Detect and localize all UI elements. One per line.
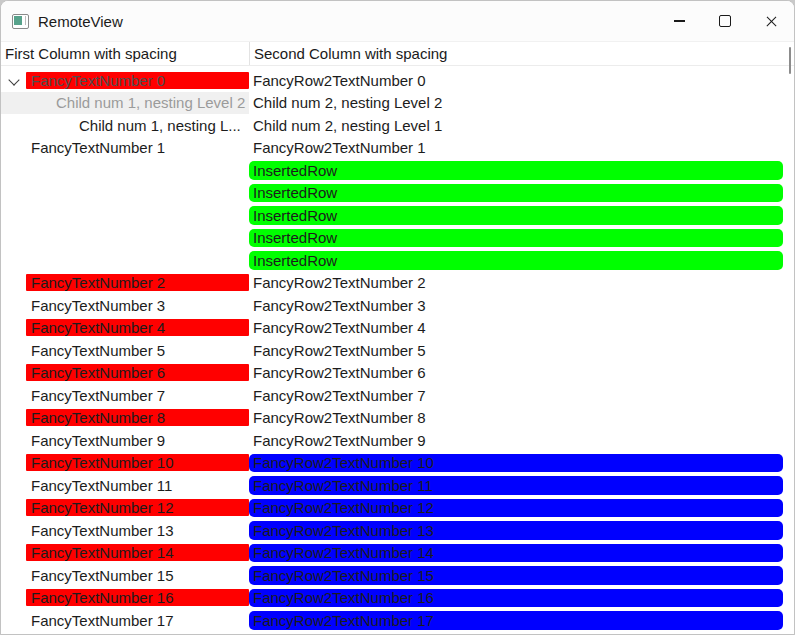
- red-highlight-bar: FancyTextNumber 16: [26, 589, 249, 606]
- vertical-scrollbar-thumb[interactable]: [789, 47, 792, 74]
- tree-cell-col2[interactable]: FancyRow2TextNumber 14: [249, 542, 783, 565]
- close-button[interactable]: [748, 1, 794, 41]
- tree-cell-col2[interactable]: InsertedRow: [249, 182, 783, 205]
- window-controls: [656, 1, 794, 41]
- tree-cell-col1[interactable]: FancyTextNumber 9: [1, 429, 249, 452]
- tree-cell-col2[interactable]: FancyRow2TextNumber 8: [249, 407, 783, 430]
- maximize-icon: [719, 15, 731, 27]
- tree-cell-col1[interactable]: Child num 1, nesting L...: [1, 114, 249, 137]
- cell-text: Child num 1, nesting L...: [79, 114, 241, 137]
- cell-text: Child num 2, nesting Level 1: [253, 114, 442, 137]
- tree-cell-col2[interactable]: InsertedRow: [249, 249, 783, 272]
- tree-cell-col1[interactable]: FancyTextNumber 11: [1, 474, 249, 497]
- tree-cell-col1[interactable]: FancyTextNumber 15: [1, 564, 249, 587]
- tree-cell-col2[interactable]: InsertedRow: [249, 227, 783, 250]
- cell-text: FancyTextNumber 7: [31, 384, 165, 407]
- cell-text: FancyRow2TextNumber 5: [253, 339, 426, 362]
- table-row: FancyTextNumber 5 FancyRow2TextNumber 5: [1, 339, 794, 362]
- tree-cell-col2[interactable]: FancyRow2TextNumber 11: [249, 474, 783, 497]
- cell-text: FancyTextNumber 11: [31, 474, 172, 497]
- tree-cell-col2[interactable]: FancyRow2TextNumber 9: [249, 429, 783, 452]
- tree-cell-col2[interactable]: FancyRow2TextNumber 16: [249, 587, 783, 610]
- maximize-button[interactable]: [702, 1, 748, 41]
- column-header-second[interactable]: Second Column with spacing: [249, 42, 794, 65]
- tree-cell-col2[interactable]: FancyRow2TextNumber 7: [249, 384, 783, 407]
- tree-cell-col1[interactable]: FancyTextNumber 5: [1, 339, 249, 362]
- tree-cell-col1[interactable]: FancyTextNumber 2: [1, 272, 249, 295]
- tree-cell-col1[interactable]: [1, 182, 249, 205]
- cell-text: FancyTextNumber 17: [31, 609, 174, 632]
- tree-cell-col1[interactable]: FancyTextNumber 12: [1, 497, 249, 520]
- tree-cell-col2[interactable]: InsertedRow: [249, 159, 783, 182]
- table-row: FancyTextNumber 13 FancyRow2TextNumber 1…: [1, 519, 794, 542]
- tree-cell-col2[interactable]: FancyRow2TextNumber 13: [249, 519, 783, 542]
- minimize-button[interactable]: [656, 1, 702, 41]
- table-row: FancyTextNumber 10 FancyRow2TextNumber 1…: [1, 452, 794, 475]
- table-row: FancyTextNumber 18 FancyRow2TextNumber 1…: [1, 632, 794, 635]
- red-highlight-bar: FancyTextNumber 8: [26, 409, 249, 426]
- blue-highlight-bar: FancyRow2TextNumber 15: [249, 566, 783, 585]
- cell-text: FancyRow2TextNumber 2: [253, 272, 426, 295]
- cell-text: FancyTextNumber 3: [31, 294, 165, 317]
- tree-cell-col2[interactable]: FancyRow2TextNumber 17: [249, 609, 783, 632]
- tree-cell-col1[interactable]: FancyTextNumber 0: [1, 69, 249, 92]
- tree-cell-col1[interactable]: FancyTextNumber 18: [1, 632, 249, 635]
- tree-cell-col2[interactable]: FancyRow2TextNumber 2: [249, 272, 783, 295]
- tree-cell-col2[interactable]: Child num 2, nesting Level 1: [249, 114, 783, 137]
- tree-cell-col2[interactable]: FancyRow2TextNumber 1: [249, 137, 783, 160]
- titlebar: RemoteView: [1, 1, 794, 41]
- tree-cell-col1[interactable]: FancyTextNumber 1: [1, 137, 249, 160]
- blue-highlight-bar: FancyRow2TextNumber 14: [249, 544, 783, 563]
- tree-cell-col2[interactable]: FancyRow2TextNumber 12: [249, 497, 783, 520]
- table-row: FancyTextNumber 12 FancyRow2TextNumber 1…: [1, 497, 794, 520]
- tree-cell-col1[interactable]: FancyTextNumber 17: [1, 609, 249, 632]
- app-window-icon[interactable]: [12, 14, 29, 29]
- table-row: FancyTextNumber 4 FancyRow2TextNumber 4: [1, 317, 794, 340]
- tree-cell-col1[interactable]: FancyTextNumber 7: [1, 384, 249, 407]
- table-row: FancyTextNumber 14 FancyRow2TextNumber 1…: [1, 542, 794, 565]
- remoteview-window: RemoteView First Column with spacing Sec…: [0, 0, 795, 635]
- cell-text: FancyRow2TextNumber 1: [253, 137, 426, 160]
- tree-cell-col1[interactable]: FancyTextNumber 14: [1, 542, 249, 565]
- red-highlight-bar: FancyTextNumber 14: [26, 544, 249, 561]
- table-row: FancyTextNumber 15 FancyRow2TextNumber 1…: [1, 564, 794, 587]
- tree-cell-col1[interactable]: Child num 1, nesting Level 2: [1, 92, 249, 115]
- table-row: FancyTextNumber 3 FancyRow2TextNumber 3: [1, 294, 794, 317]
- green-highlight-bar: InsertedRow: [249, 206, 783, 225]
- table-row: InsertedRow: [1, 204, 794, 227]
- green-highlight-bar: InsertedRow: [249, 251, 783, 270]
- red-highlight-bar: FancyTextNumber 12: [26, 499, 249, 516]
- chevron-down-icon[interactable]: [8, 74, 19, 85]
- tree-cell-col1[interactable]: [1, 227, 249, 250]
- tree-cell-col1[interactable]: [1, 159, 249, 182]
- tree-cell-col2[interactable]: FancyRow2TextNumber 4: [249, 317, 783, 340]
- tree-cell-col1[interactable]: FancyTextNumber 6: [1, 362, 249, 385]
- red-highlight-bar: FancyTextNumber 6: [26, 364, 249, 381]
- tree-cell-col2[interactable]: FancyRow2TextNumber 0: [249, 69, 783, 92]
- tree-cell-col1[interactable]: [1, 249, 249, 272]
- cell-text: FancyTextNumber 1: [31, 137, 165, 160]
- cell-text: FancyTextNumber 15: [31, 564, 174, 587]
- tree-cell-col1[interactable]: [1, 204, 249, 227]
- tree-cell-col1[interactable]: FancyTextNumber 16: [1, 587, 249, 610]
- tree-cell-col2[interactable]: FancyRow2TextNumber 18: [249, 632, 783, 635]
- tree-cell-col1[interactable]: FancyTextNumber 3: [1, 294, 249, 317]
- table-row: FancyTextNumber 2 FancyRow2TextNumber 2: [1, 272, 794, 295]
- tree-cell-col1[interactable]: FancyTextNumber 13: [1, 519, 249, 542]
- red-highlight-bar: FancyTextNumber 2: [26, 274, 249, 291]
- tree-cell-col2[interactable]: Child num 2, nesting Level 2: [249, 92, 783, 115]
- tree-cell-col2[interactable]: FancyRow2TextNumber 6: [249, 362, 783, 385]
- tree-cell-col1[interactable]: FancyTextNumber 8: [1, 407, 249, 430]
- table-row: Child num 1, nesting L... Child num 2, n…: [1, 114, 794, 137]
- blue-highlight-bar: FancyRow2TextNumber 17: [249, 611, 783, 630]
- tree-cell-col2[interactable]: FancyRow2TextNumber 5: [249, 339, 783, 362]
- tree-cell-col1[interactable]: FancyTextNumber 4: [1, 317, 249, 340]
- tree-cell-col2[interactable]: FancyRow2TextNumber 10: [249, 452, 783, 475]
- cell-text: FancyTextNumber 13: [31, 519, 174, 542]
- column-header-first[interactable]: First Column with spacing: [1, 42, 249, 65]
- green-highlight-bar: InsertedRow: [249, 184, 783, 203]
- tree-cell-col2[interactable]: InsertedRow: [249, 204, 783, 227]
- tree-cell-col1[interactable]: FancyTextNumber 10: [1, 452, 249, 475]
- tree-cell-col2[interactable]: FancyRow2TextNumber 3: [249, 294, 783, 317]
- tree-cell-col2[interactable]: FancyRow2TextNumber 15: [249, 564, 783, 587]
